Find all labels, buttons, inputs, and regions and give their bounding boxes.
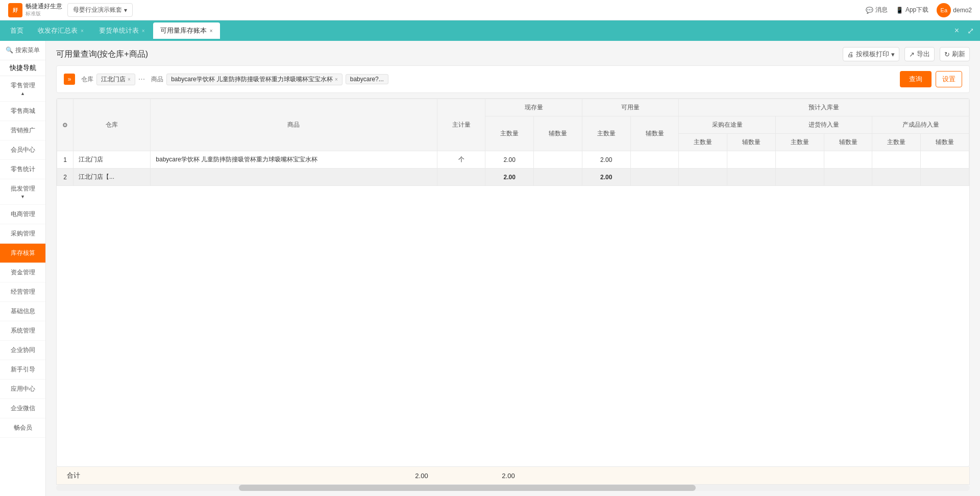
product-col-header: 商品 bbox=[151, 99, 437, 151]
product-tag1[interactable]: babycare学饮杯 儿童防摔防撞吸管杯重力球吸嘴杯宝宝水杯 × bbox=[166, 74, 342, 85]
refresh-icon: ↻ bbox=[944, 51, 950, 58]
industry-selector[interactable]: 母婴行业演示账套 bbox=[67, 3, 133, 17]
user-menu[interactable]: Ea demo2 bbox=[937, 3, 972, 17]
sidebar-item-pifa[interactable]: 批发管理 ▼ bbox=[0, 179, 45, 205]
sidebar-item-label: 零售管理 bbox=[11, 81, 35, 90]
tab-expand-button[interactable]: ⤢ bbox=[965, 24, 976, 38]
tab-keyongliang-close[interactable]: × bbox=[210, 28, 213, 34]
username-label: demo2 bbox=[953, 7, 972, 14]
filter-bar: » 仓库 江北门店 × ··· 商品 babycare学饮杯 儿童防摔防撞吸管杯… bbox=[56, 65, 970, 93]
logo-name: 畅捷通好生意 bbox=[26, 3, 62, 11]
current-group-header: 现存量 bbox=[485, 99, 582, 116]
sidebar-nav-item[interactable]: 快捷导航 bbox=[0, 60, 45, 76]
sidebar-nav-label: 快捷导航 bbox=[10, 64, 36, 72]
subtotal-purchase-main bbox=[679, 169, 727, 186]
sidebar-item-yingyong[interactable]: 应用中心 bbox=[0, 380, 45, 399]
sidebar-item-jichu[interactable]: 基础信息 bbox=[0, 302, 45, 321]
sidebar-item-lingshouguan[interactable]: 零售管理 ▲ bbox=[0, 76, 45, 102]
tab-close-all-button[interactable]: × bbox=[952, 24, 961, 37]
expand-icon: » bbox=[68, 76, 71, 83]
page-header: 可用量查询(按仓库+商品) 🖨 按模板打印 ↗ 导出 ↻ 刷新 bbox=[46, 41, 980, 65]
sidebar-item-label: 企业协同 bbox=[11, 346, 35, 355]
sidebar-item-huiyuan[interactable]: 会员中心 bbox=[0, 140, 45, 160]
sidebar-item-jingying[interactable]: 经营管理 bbox=[0, 282, 45, 302]
sidebar-item-xinshou[interactable]: 新手引导 bbox=[0, 360, 45, 380]
top-bar-left: 好 畅捷通好生意 标准版 母婴行业演示账套 bbox=[8, 3, 133, 18]
message-button[interactable]: 💬 消息 bbox=[866, 6, 888, 14]
sidebar-item-label: 基础信息 bbox=[11, 307, 35, 316]
content-area: 可用量查询(按仓库+商品) 🖨 按模板打印 ↗ 导出 ↻ 刷新 bbox=[46, 41, 980, 496]
tab-shoufacun[interactable]: 收发存汇总表 × bbox=[31, 22, 91, 39]
product-tag1-close-icon[interactable]: × bbox=[335, 77, 338, 82]
print-button[interactable]: 🖨 按模板打印 bbox=[843, 47, 899, 61]
search-label: 搜索菜单 bbox=[15, 46, 40, 54]
sidebar-item-label: 经营管理 bbox=[11, 288, 35, 296]
sidebar-item-lingshoutj[interactable]: 零售统计 bbox=[0, 160, 45, 179]
current-aux-header: 辅数量 bbox=[534, 116, 582, 151]
purchase-aux-header: 辅数量 bbox=[727, 134, 776, 151]
sidebar-item-label: 零售商城 bbox=[11, 107, 35, 115]
export-button[interactable]: ↗ 导出 bbox=[904, 47, 935, 61]
table-container: ⚙ 仓库 商品 主计量 现存量 可用量 预计入库量 主数量 辅数量 主数量 辅数… bbox=[56, 98, 970, 467]
row-incoming-main bbox=[775, 151, 824, 169]
app-download-button[interactable]: 📱 App下载 bbox=[896, 6, 928, 14]
sidebar-item-label: 系统管理 bbox=[11, 326, 35, 335]
sidebar-item-qiyewei[interactable]: 企业微信 bbox=[0, 399, 45, 418]
current-main-header: 主数量 bbox=[485, 116, 534, 151]
footer-current-main: 2.00 bbox=[399, 472, 445, 480]
refresh-button[interactable]: ↻ 刷新 bbox=[940, 47, 970, 61]
sidebar-item-qiye[interactable]: 企业协同 bbox=[0, 341, 45, 360]
subtotal-available-aux bbox=[630, 169, 679, 186]
tab-home[interactable]: 首页 bbox=[4, 22, 30, 39]
horizontal-scrollbar[interactable] bbox=[56, 485, 970, 491]
subtotal-num: 2 bbox=[57, 169, 74, 186]
warehouse-tag-close-icon[interactable]: × bbox=[128, 77, 131, 82]
subtotal-production-main bbox=[872, 169, 921, 186]
query-button[interactable]: 查询 bbox=[900, 71, 932, 87]
refresh-label: 刷新 bbox=[952, 50, 965, 59]
tab-bar: 首页 收发存汇总表 × 要货单统计表 × 可用量库存账本 × × ⤢ bbox=[0, 20, 980, 41]
app-icon: 📱 bbox=[896, 7, 903, 14]
sidebar-item-lingshous[interactable]: 零售商城 bbox=[0, 102, 45, 121]
print-chevron-icon bbox=[891, 51, 895, 58]
settings-col-header[interactable]: ⚙ bbox=[57, 99, 74, 151]
scroll-thumb[interactable] bbox=[239, 485, 696, 491]
avatar: Ea bbox=[937, 3, 951, 17]
subtotal-unit bbox=[437, 169, 485, 186]
subtotal-product bbox=[151, 169, 437, 186]
subtotal-available-main: 2.00 bbox=[582, 169, 630, 186]
logo-text-area: 畅捷通好生意 标准版 bbox=[26, 3, 62, 18]
warehouse-more-button[interactable]: ··· bbox=[138, 75, 145, 84]
subtotal-current-aux bbox=[534, 169, 582, 186]
settings-button[interactable]: 设置 bbox=[936, 71, 962, 87]
tab-shoufacun-close[interactable]: × bbox=[81, 28, 84, 34]
sidebar-item-label: 零售统计 bbox=[11, 165, 35, 174]
sidebar-item-label: 库存核算 bbox=[11, 249, 35, 257]
subtotal-purchase-aux bbox=[727, 169, 776, 186]
sidebar-item-zijin[interactable]: 资金管理 bbox=[0, 263, 45, 282]
subtotal-current-main: 2.00 bbox=[485, 169, 534, 186]
sidebar-item-caigou[interactable]: 采购管理 bbox=[0, 224, 45, 244]
sidebar-item-yingxiao[interactable]: 营销推广 bbox=[0, 121, 45, 140]
sidebar-item-label: 畅会员 bbox=[14, 423, 32, 432]
tab-shoufacun-label: 收发存汇总表 bbox=[38, 26, 78, 35]
filter-expand-button[interactable]: » bbox=[64, 74, 75, 85]
tab-yaohuo[interactable]: 要货单统计表 × bbox=[92, 22, 152, 39]
page-actions: 🖨 按模板打印 ↗ 导出 ↻ 刷新 bbox=[843, 47, 970, 61]
tab-yaohuo-close[interactable]: × bbox=[142, 28, 145, 34]
top-bar: 好 畅捷通好生意 标准版 母婴行业演示账套 💬 消息 📱 App下载 Ea de… bbox=[0, 0, 980, 20]
sidebar-item-dianshangg[interactable]: 电商管理 bbox=[0, 205, 45, 224]
incoming-main-header: 主数量 bbox=[775, 134, 824, 151]
sidebar-item-changhui[interactable]: 畅会员 bbox=[0, 418, 45, 438]
sidebar-item-label: 营销推广 bbox=[11, 126, 35, 135]
sidebar-item-label: 资金管理 bbox=[11, 268, 35, 277]
sidebar-search[interactable]: 🔍 搜索菜单 bbox=[0, 41, 45, 60]
available-group-header: 可用量 bbox=[582, 99, 679, 116]
product-tag2[interactable]: babycare?... bbox=[346, 74, 388, 84]
sidebar-item-label: 批发管理 bbox=[11, 184, 35, 193]
production-aux-header: 辅数量 bbox=[921, 134, 969, 151]
sidebar-item-xitong[interactable]: 系统管理 bbox=[0, 321, 45, 341]
tab-keyongliang[interactable]: 可用量库存账本 × bbox=[153, 22, 220, 39]
warehouse-tag[interactable]: 江北门店 × bbox=[96, 74, 135, 85]
sidebar-item-kucun[interactable]: 库存核算 bbox=[0, 244, 45, 263]
